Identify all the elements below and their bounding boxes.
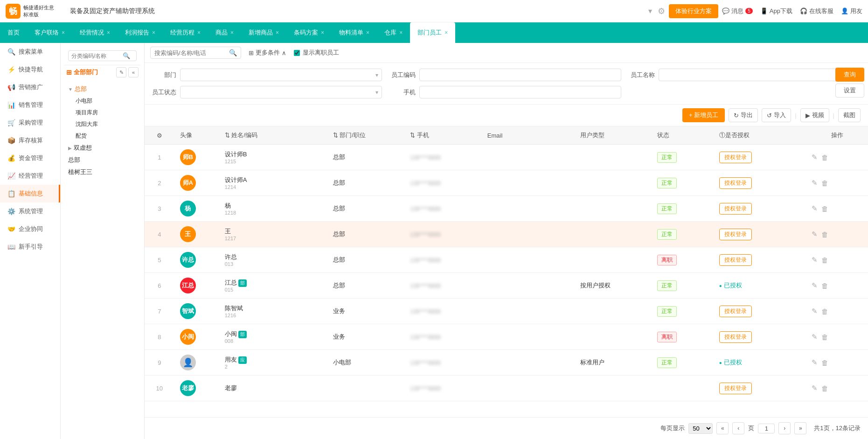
more-button[interactable]: 截图 bbox=[838, 108, 861, 122]
dept-node-xiaodian[interactable]: 小电部 bbox=[72, 95, 140, 107]
last-page-button[interactable]: » bbox=[794, 422, 806, 434]
nav-tab-客户联络[interactable]: 客户联络× bbox=[27, 22, 72, 43]
edit-icon[interactable]: ✎ bbox=[812, 307, 818, 315]
edit-icon[interactable]: ✎ bbox=[812, 204, 818, 213]
auth-login-button[interactable]: 授权登录 bbox=[719, 177, 752, 189]
close-tab-icon[interactable]: × bbox=[230, 29, 234, 36]
app-download-item[interactable]: 📱 App下载 bbox=[760, 7, 792, 15]
sidebar-item-新手引导[interactable]: 📖新手引导 bbox=[0, 238, 60, 256]
dept-node-shuangxuxiang[interactable]: ▶ 双虚想 bbox=[64, 142, 140, 154]
sidebar-item-搜索菜单[interactable]: 🔍搜索菜单 bbox=[0, 43, 60, 61]
nav-tab-商品[interactable]: 商品× bbox=[208, 22, 241, 43]
col-phone-header[interactable]: ⇅ 手机 bbox=[404, 126, 482, 145]
delete-icon[interactable]: 🗑 bbox=[821, 333, 828, 341]
auth-login-button[interactable]: 授权登录 bbox=[719, 306, 752, 317]
nav-tab-仓库[interactable]: 仓库× bbox=[377, 22, 410, 43]
col-name-header[interactable]: ⇅ 姓名/编码 bbox=[219, 126, 327, 145]
employee-search-input[interactable] bbox=[154, 49, 229, 56]
auth-login-button[interactable]: 授权登录 bbox=[719, 254, 752, 266]
close-tab-icon[interactable]: × bbox=[321, 29, 324, 36]
dept-node-zhishu[interactable]: 植树王三 bbox=[64, 166, 140, 178]
sidebar-item-基础信息[interactable]: 📋基础信息 bbox=[0, 185, 60, 202]
category-search-icon[interactable]: 🔍 bbox=[123, 52, 130, 59]
dept-edit-icon[interactable]: ✎ bbox=[116, 67, 126, 77]
online-service-item[interactable]: 🎧 在线客服 bbox=[800, 7, 833, 15]
category-search-input[interactable] bbox=[71, 53, 123, 59]
show-resigned-checkbox[interactable] bbox=[294, 50, 300, 56]
view-button[interactable]: ▶ 视频 bbox=[800, 108, 829, 122]
dept-node-zongbu[interactable]: 总部 bbox=[64, 154, 140, 166]
dept-node-headquarters-parent[interactable]: ▼ 总部 bbox=[64, 83, 140, 95]
page-size-select[interactable]: 50 20 100 bbox=[688, 423, 713, 434]
sidebar-item-营销推广[interactable]: 📢营销推广 bbox=[0, 78, 60, 96]
sidebar-item-系统管理[interactable]: ⚙️系统管理 bbox=[0, 202, 60, 220]
auth-login-button[interactable]: 授权登录 bbox=[719, 383, 752, 394]
export-button[interactable]: ↻ 导出 bbox=[729, 108, 758, 122]
delete-icon[interactable]: 🗑 bbox=[821, 179, 828, 187]
auth-login-button[interactable]: 授权登录 bbox=[719, 331, 752, 343]
edit-icon[interactable]: ✎ bbox=[812, 333, 818, 341]
edit-icon[interactable]: ✎ bbox=[812, 384, 818, 392]
delete-icon[interactable]: 🗑 bbox=[821, 307, 828, 315]
edit-icon[interactable]: ✎ bbox=[812, 230, 818, 238]
auth-login-button[interactable]: 授权登录 bbox=[719, 152, 752, 163]
edit-icon[interactable]: ✎ bbox=[812, 358, 818, 367]
status-select[interactable] bbox=[180, 86, 382, 98]
nav-tab-经营情况[interactable]: 经营情况× bbox=[72, 22, 118, 43]
auth-login-button[interactable]: 授权登录 bbox=[719, 203, 752, 215]
dept-collapse-icon[interactable]: « bbox=[128, 67, 139, 77]
edit-icon[interactable]: ✎ bbox=[812, 179, 818, 187]
search-icon[interactable]: 🔍 bbox=[229, 49, 237, 56]
delete-icon[interactable]: 🗑 bbox=[821, 153, 828, 161]
close-tab-icon[interactable]: × bbox=[366, 29, 369, 36]
dept-node-shenyang[interactable]: 沈阳大库 bbox=[72, 118, 140, 130]
sidebar-item-销售管理[interactable]: 📊销售管理 bbox=[0, 96, 60, 114]
nav-tab-经营历程[interactable]: 经营历程× bbox=[163, 22, 208, 43]
delete-icon[interactable]: 🗑 bbox=[821, 384, 828, 392]
user-item[interactable]: 👤 用友 bbox=[841, 7, 862, 15]
settings-icon[interactable]: ⚙ bbox=[658, 6, 665, 16]
show-resigned-checkbox-wrap[interactable]: 显示离职员工 bbox=[294, 49, 339, 57]
next-page-button[interactable]: › bbox=[778, 422, 791, 434]
dept-node-peihuo[interactable]: 配货 bbox=[72, 130, 140, 142]
delete-icon[interactable]: 🗑 bbox=[821, 359, 828, 367]
sidebar-item-快捷导航[interactable]: ⚡快捷导航 bbox=[0, 61, 60, 78]
query-button[interactable]: 查询 bbox=[835, 68, 864, 82]
nav-tab-新增商品[interactable]: 新增商品× bbox=[241, 22, 286, 43]
edit-icon[interactable]: ✎ bbox=[812, 153, 818, 161]
sidebar-item-采购管理[interactable]: 🛒采购管理 bbox=[0, 114, 60, 132]
close-tab-icon[interactable]: × bbox=[399, 29, 403, 36]
messages-item[interactable]: 💬 消息 5 bbox=[722, 7, 753, 15]
nav-tab-部门员工[interactable]: 部门员工× bbox=[410, 22, 455, 43]
nav-tab-物料清单[interactable]: 物料清单× bbox=[332, 22, 377, 43]
delete-icon[interactable]: 🗑 bbox=[821, 282, 828, 290]
delete-icon[interactable]: 🗑 bbox=[821, 205, 828, 213]
sidebar-item-资金管理[interactable]: 💰资金管理 bbox=[0, 149, 60, 167]
add-employee-button[interactable]: + 新增员工 bbox=[682, 108, 725, 122]
close-tab-icon[interactable]: × bbox=[152, 29, 155, 36]
prev-page-button[interactable]: ‹ bbox=[732, 422, 744, 434]
auth-login-button[interactable]: 授权登录 bbox=[719, 229, 752, 240]
dept-select[interactable] bbox=[180, 69, 382, 81]
sidebar-item-企业协同[interactable]: 🤝企业协同 bbox=[0, 220, 60, 238]
close-tab-icon[interactable]: × bbox=[444, 29, 448, 36]
page-number-input[interactable] bbox=[758, 424, 775, 433]
dept-node-project[interactable]: 项目库房 bbox=[72, 107, 140, 118]
edit-icon[interactable]: ✎ bbox=[812, 256, 818, 264]
trial-button[interactable]: 体验行业方案 bbox=[669, 4, 718, 18]
delete-icon[interactable]: 🗑 bbox=[821, 256, 828, 264]
close-tab-icon[interactable]: × bbox=[276, 29, 279, 36]
set-button[interactable]: 设置 bbox=[835, 84, 864, 98]
edit-icon[interactable]: ✎ bbox=[812, 281, 818, 290]
first-page-button[interactable]: « bbox=[716, 422, 729, 434]
more-filter-button[interactable]: ⊞ 更多条件 ∧ bbox=[245, 47, 290, 59]
phone-input[interactable] bbox=[419, 86, 621, 98]
nav-tab-利润报告[interactable]: 利润报告× bbox=[118, 22, 163, 43]
col-dept-header[interactable]: ⇅ 部门/职位 bbox=[327, 126, 405, 145]
sidebar-item-经营管理[interactable]: 📈经营管理 bbox=[0, 167, 60, 185]
nav-tab-首页[interactable]: 首页 bbox=[0, 22, 27, 43]
all-departments-label[interactable]: ⊞ 全部部门 bbox=[66, 68, 98, 77]
emp-name-input[interactable] bbox=[659, 69, 861, 81]
sidebar-item-库存核算[interactable]: 📦库存核算 bbox=[0, 132, 60, 149]
close-tab-icon[interactable]: × bbox=[107, 29, 110, 36]
